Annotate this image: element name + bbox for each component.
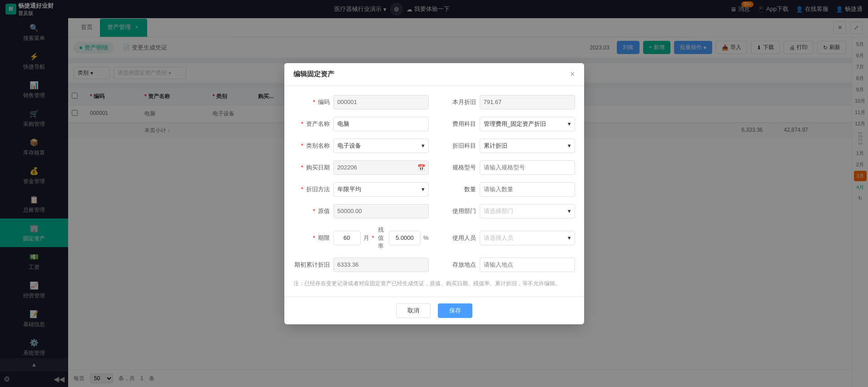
form-row-name: * 资产名称 — [293, 117, 429, 131]
original-input[interactable] — [333, 204, 429, 218]
date-input-wrapper: 📅 — [333, 160, 429, 175]
modal-body: * 编码 本月折旧 * 资产名称 — [284, 86, 584, 297]
dep-subject-select[interactable]: 累计折旧 ▾ — [480, 139, 575, 153]
person-label: 使用人员 — [440, 234, 476, 242]
spec-input[interactable] — [480, 160, 575, 175]
category-label: * 类别名称 — [293, 142, 330, 150]
form-row-person: 使用人员 请选择人员 ▾ — [440, 226, 575, 250]
edit-fixed-asset-modal: 编辑固定资产 × * 编码 本月折旧 — [284, 63, 584, 324]
method-label: * 折旧方法 — [293, 185, 330, 194]
form-row-category: * 类别名称 电子设备 ▾ — [293, 139, 429, 153]
form-row-period: * 期限 月 * 残值率 % — [293, 226, 429, 250]
code-label: * 编码 — [293, 98, 330, 106]
person-select[interactable]: 请选择人员 ▾ — [480, 231, 575, 245]
expense-subject-select[interactable]: 管理费用_固定资产折旧 ▾ — [480, 117, 575, 131]
residual-unit: % — [423, 234, 429, 241]
form-grid: * 编码 本月折旧 * 资产名称 — [293, 95, 575, 288]
monthly-dep-label: 本月折旧 — [440, 98, 476, 106]
save-button[interactable]: 保存 — [438, 303, 472, 318]
form-row-expense-subject: 费用科目 管理费用_固定资产折旧 ▾ — [440, 117, 575, 131]
residual-rate-label: 残值率 — [378, 226, 386, 250]
location-input[interactable] — [480, 258, 575, 272]
form-row-department: 使用部门 请选择部门 ▾ — [440, 204, 575, 218]
code-input[interactable] — [333, 95, 429, 109]
spec-label: 规格型号 — [440, 164, 476, 172]
chevron-down-icon: ▾ — [568, 234, 571, 241]
category-select[interactable]: 电子设备 ▾ — [333, 139, 429, 153]
form-note: 注：已经存在变更记录或者对应固定资产已经生成凭证，原值、购买日期、残值率、累计折… — [293, 279, 575, 288]
dep-subject-label: 折旧科目 — [440, 142, 476, 150]
residual-input[interactable] — [389, 231, 421, 245]
name-input[interactable] — [333, 117, 429, 131]
form-row-location: 存放地点 — [440, 258, 575, 272]
form-row-dep-subject: 折旧科目 累计折旧 ▾ — [440, 139, 575, 153]
expense-subject-label: 费用科目 — [440, 120, 476, 128]
form-row-spec: 规格型号 — [440, 160, 575, 175]
chevron-down-icon: ▾ — [568, 120, 571, 127]
quantity-label: 数量 — [440, 185, 476, 194]
form-row-original: * 原值 — [293, 204, 429, 218]
form-row-code: * 编码 — [293, 95, 429, 109]
method-select[interactable]: 年限平均 ▾ — [333, 182, 429, 197]
monthly-dep-input — [480, 95, 575, 109]
purchase-date-input[interactable] — [333, 160, 429, 175]
form-row-accumulated: 期初累计折旧 — [293, 258, 429, 272]
period-row: 月 * 残值率 % — [333, 226, 429, 250]
modal-footer: 取消 保存 — [284, 297, 584, 324]
chevron-down-icon: ▾ — [422, 142, 425, 149]
accumulated-input[interactable] — [333, 258, 429, 272]
calendar-icon[interactable]: 📅 — [417, 164, 425, 171]
period-input[interactable] — [333, 231, 361, 245]
form-row-quantity: 数量 — [440, 182, 575, 197]
modal-close-icon[interactable]: × — [570, 69, 575, 79]
name-label: * 资产名称 — [293, 120, 330, 128]
chevron-down-icon: ▾ — [568, 208, 571, 214]
form-row-monthly-dep: 本月折旧 — [440, 95, 575, 109]
original-label: * 原值 — [293, 207, 330, 215]
form-row-method: * 折旧方法 年限平均 ▾ — [293, 182, 429, 197]
chevron-down-icon: ▾ — [568, 142, 571, 149]
accumulated-label: 期初累计折旧 — [293, 261, 330, 269]
location-label: 存放地点 — [440, 261, 476, 269]
chevron-down-icon: ▾ — [422, 186, 425, 193]
period-label: * 期限 — [293, 234, 330, 242]
cancel-button[interactable]: 取消 — [396, 303, 431, 318]
purchase-date-label: * 购买日期 — [293, 164, 330, 172]
department-select[interactable]: 请选择部门 ▾ — [480, 204, 575, 218]
modal-header: 编辑固定资产 × — [284, 63, 584, 86]
form-row-purchase-date: * 购买日期 📅 — [293, 160, 429, 175]
modal-overlay: 编辑固定资产 × * 编码 本月折旧 — [0, 0, 868, 387]
period-unit: 月 — [363, 234, 369, 242]
modal-title: 编辑固定资产 — [293, 70, 334, 79]
quantity-input[interactable] — [480, 182, 575, 197]
department-label: 使用部门 — [440, 207, 476, 215]
